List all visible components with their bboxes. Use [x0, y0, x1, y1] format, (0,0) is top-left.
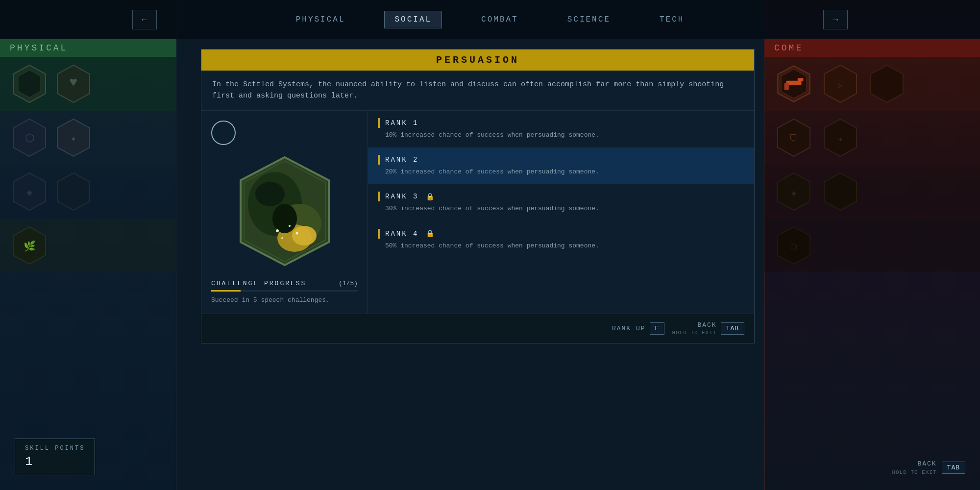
bottom-back: BACK HOLD TO EXIT TAB — [892, 460, 965, 475]
bottom-back-key[interactable]: TAB — [942, 462, 965, 474]
rank-3-stripe — [378, 192, 380, 201]
tab-social[interactable]: SOCIAL — [384, 11, 442, 28]
svg-rect-17 — [784, 83, 789, 90]
rank-4-title: RANK 4 — [385, 230, 418, 238]
rank-4-lock-icon: 🔒 — [426, 229, 434, 238]
back-key[interactable]: TAB — [721, 322, 744, 335]
skill-hex-3[interactable]: ⬡ — [10, 118, 49, 157]
svg-point-42 — [281, 237, 283, 239]
tab-science[interactable]: SCIENCE — [558, 11, 620, 28]
skill-hex-7[interactable]: 🌿 — [10, 226, 49, 265]
rank-1-header: RANK 1 — [378, 118, 744, 128]
skill-row-2: ⬡ ✦ — [0, 111, 176, 165]
right-hex-5[interactable]: ✦ — [821, 118, 860, 157]
back-group: BACK HOLD TO EXIT TAB — [672, 321, 744, 336]
challenge-label: CHALLENGE PROGRESS — [211, 280, 306, 287]
svg-text:◈: ◈ — [791, 189, 796, 198]
challenge-header: CHALLENGE PROGRESS (1/5) — [211, 280, 358, 287]
ranks-panel: RANK 1 10% increased chance of success w… — [368, 111, 754, 314]
right-hex-7[interactable] — [821, 172, 860, 211]
rank-2-header: RANK 2 — [378, 155, 744, 165]
tab-physical[interactable]: PHYSICAL — [286, 11, 355, 28]
main-panel: PERSUASION In the Settled Systems, the n… — [201, 49, 755, 343]
skill-row-3: ◈ — [0, 165, 176, 219]
svg-point-37 — [255, 182, 285, 206]
skill-hex-6[interactable] — [54, 172, 93, 211]
svg-marker-20 — [871, 65, 903, 102]
right-hex-4[interactable]: ⛉ — [774, 118, 813, 157]
rank-item-2: RANK 2 20% increased chance of success w… — [368, 147, 754, 184]
rank-4-header: RANK 4 🔒 — [378, 229, 744, 239]
rank-4-desc: 50% increased chance of success when per… — [378, 242, 744, 250]
rank-1-title: RANK 1 — [385, 119, 418, 127]
svg-text:◈: ◈ — [26, 187, 32, 198]
right-row-3: ◈ — [764, 165, 980, 219]
right-row-4: ⬡ — [764, 219, 980, 272]
skill-hex-4[interactable]: ✦ — [54, 118, 93, 157]
bottom-back-group: BACK HOLD TO EXIT — [892, 460, 936, 475]
rank-item-4: RANK 4 🔒 50% increased chance of success… — [368, 221, 754, 258]
svg-text:⬡: ⬡ — [790, 243, 797, 252]
bottom-back-label: BACK — [917, 460, 936, 467]
rank-2-stripe — [378, 155, 380, 165]
bottom-hold-label: HOLD TO EXIT — [892, 469, 936, 475]
rank-item-1: RANK 1 10% increased chance of success w… — [368, 111, 754, 147]
right-hex-8[interactable]: ⬡ — [774, 226, 813, 265]
rank-up-group: RANK UP E — [612, 322, 664, 335]
svg-text:⚔: ⚔ — [838, 80, 843, 90]
rank-2-title: RANK 2 — [385, 156, 418, 164]
left-skill-grid: ♥ ⬡ ✦ ◈ 🌿 — [0, 57, 176, 272]
skill-title: PERSUASION — [211, 54, 744, 66]
skill-hex-1[interactable] — [10, 64, 49, 103]
challenge-count: (1/5) — [339, 280, 358, 287]
skill-points-label: SKILL POINTS — [25, 445, 85, 452]
right-panel: COME ⚔ ⛉ — [764, 39, 980, 490]
svg-text:⛉: ⛉ — [789, 134, 798, 144]
rank-3-lock-icon: 🔒 — [426, 193, 434, 201]
panel-body: CHALLENGE PROGRESS (1/5) Succeed in 5 sp… — [201, 111, 754, 314]
right-hex-featured[interactable] — [774, 64, 813, 103]
svg-point-36 — [292, 226, 317, 245]
svg-point-38 — [272, 204, 297, 233]
right-row-2: ⛉ ✦ — [764, 111, 980, 165]
svg-text:✦: ✦ — [838, 135, 843, 144]
challenge-bar — [211, 290, 358, 292]
hold-to-exit-label: HOLD TO EXIT — [672, 330, 716, 336]
nav-arrow-left[interactable]: ← — [132, 10, 157, 29]
svg-text:⬡: ⬡ — [25, 133, 34, 145]
skill-display: CHALLENGE PROGRESS (1/5) Succeed in 5 sp… — [201, 111, 368, 314]
rank-1-desc: 10% increased chance of success when per… — [378, 131, 744, 140]
skill-points-value: 1 — [25, 454, 85, 469]
skill-image — [236, 155, 334, 268]
svg-text:♥: ♥ — [70, 75, 78, 90]
rank-3-title: RANK 3 — [385, 193, 418, 200]
rank-4-stripe — [378, 229, 380, 239]
svg-rect-16 — [798, 78, 804, 81]
tab-tech[interactable]: TECH — [650, 11, 694, 28]
svg-text:✦: ✦ — [71, 133, 76, 145]
right-hex-6[interactable]: ◈ — [774, 172, 813, 211]
rank-3-header: RANK 3 🔒 — [378, 192, 744, 201]
rank-up-key[interactable]: E — [650, 322, 665, 335]
right-hex-3[interactable] — [867, 64, 906, 103]
svg-marker-27 — [824, 173, 857, 210]
skill-hex-2[interactable]: ♥ — [54, 64, 93, 103]
tab-combat[interactable]: COMBAT — [471, 11, 528, 28]
skill-description: In the Settled Systems, the nuanced abil… — [201, 71, 754, 111]
challenge-bar-fill — [211, 290, 241, 292]
svg-point-39 — [276, 229, 279, 232]
nav-bar: ← PHYSICAL SOCIAL COMBAT SCIENCE TECH → — [0, 0, 980, 39]
skill-hex-5[interactable]: ◈ — [10, 172, 49, 211]
challenge-description: Succeed in 5 speech challenges. — [211, 296, 358, 304]
rank-1-stripe — [378, 118, 380, 128]
nav-arrow-right[interactable]: → — [823, 10, 848, 29]
right-hex-2[interactable]: ⚔ — [821, 64, 860, 103]
left-panel-title: PHYSICAL — [0, 39, 176, 57]
back-label: BACK — [697, 321, 716, 329]
svg-point-40 — [289, 225, 291, 227]
rank-2-desc: 20% increased chance of success when per… — [378, 168, 744, 176]
svg-point-41 — [295, 232, 298, 235]
skill-points-panel: SKILL POINTS 1 — [15, 439, 95, 475]
rank-circle — [211, 121, 236, 145]
rank-up-label: RANK UP — [612, 325, 646, 332]
